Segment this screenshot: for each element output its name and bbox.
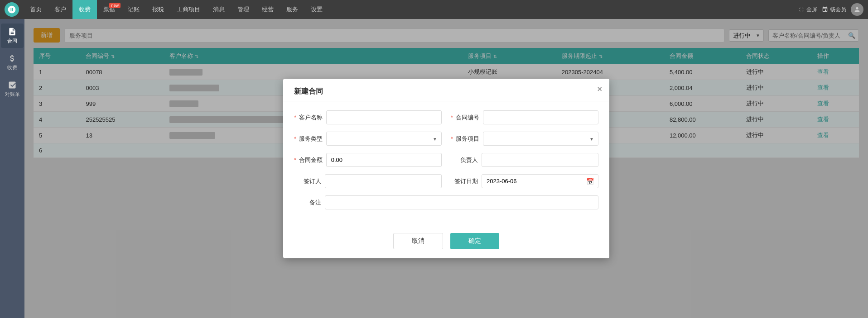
label-customer-name: * 客户名称	[294, 114, 323, 122]
service-type-select-wrapper	[326, 132, 442, 146]
nav-home[interactable]: 首页	[24, 0, 48, 19]
new-contract-modal: 新建合同 × * 客户名称	[283, 79, 609, 258]
input-contract-amount[interactable]	[326, 153, 442, 167]
avatar[interactable]	[851, 3, 863, 16]
input-customer-name[interactable]	[326, 110, 442, 124]
nav-settings[interactable]: 设置	[304, 0, 329, 19]
statement-icon	[8, 81, 17, 90]
modal-close-button[interactable]: ×	[597, 85, 602, 93]
label-sign-date: 签订日期	[451, 177, 478, 185]
member-button[interactable]: 畅会员	[822, 6, 846, 14]
label-service-item: * 服务项目	[451, 135, 479, 143]
input-remarks[interactable]	[325, 195, 598, 209]
nav-customer[interactable]: 客户	[48, 0, 72, 19]
nav-service[interactable]: 服务	[280, 0, 304, 19]
form-row-3: * 合同金额 负责人	[294, 153, 598, 167]
field-signer: 签订人	[294, 174, 442, 188]
sidebar-item-contract[interactable]: 合同	[1, 24, 24, 48]
input-signer[interactable]	[325, 174, 442, 188]
contract-icon	[8, 27, 17, 36]
sidebar-label-contract: 合同	[7, 38, 17, 44]
required-star-4: *	[451, 135, 453, 142]
field-sign-date: 签订日期 📅	[451, 174, 598, 188]
modal-overlay[interactable]: 新建合同 × * 客户名称	[24, 19, 868, 318]
calendar-icon[interactable]: 📅	[586, 178, 594, 185]
nav-manage[interactable]: 管理	[231, 0, 256, 19]
nav-bookkeeping[interactable]: 记账	[121, 0, 146, 19]
nav-items: 首页 客户 收费 票据 new 记账 报税 工商项目 消息 管理 经营 服务 设…	[24, 0, 798, 19]
label-responsible-person: 负责人	[451, 156, 478, 164]
nav-right: 全屏 畅会员	[798, 3, 863, 16]
sidebar-label-statement: 对账单	[5, 91, 20, 98]
date-input-wrapper: 📅	[482, 174, 598, 188]
sidebar-label-fee: 收费	[7, 64, 17, 71]
form-row-4: 签订人 签订日期 📅	[294, 174, 598, 188]
nav-operation[interactable]: 经营	[256, 0, 280, 19]
field-service-type: * 服务类型	[294, 132, 442, 146]
new-badge: new	[109, 3, 121, 8]
input-responsible-person[interactable]	[482, 153, 598, 167]
fee-icon	[8, 54, 17, 63]
nav-business[interactable]: 工商项目	[170, 0, 207, 19]
field-remarks: 备注	[294, 195, 598, 209]
app-logo[interactable]	[5, 2, 19, 17]
required-star-3: *	[294, 135, 296, 142]
field-contract-no: * 合同编号	[451, 110, 598, 124]
service-item-select-wrapper	[483, 132, 598, 146]
modal-footer: 取消 确定	[283, 226, 609, 258]
label-contract-amount: * 合同金额	[294, 156, 323, 164]
required-star: *	[294, 114, 296, 121]
fullscreen-button[interactable]: 全屏	[798, 6, 817, 14]
sidebar: 合同 收费 对账单	[0, 19, 24, 318]
main-layout: 合同 收费 对账单 新增 进行中 已完成 已终止	[0, 19, 868, 318]
nav-fee[interactable]: 收费	[72, 0, 97, 19]
content-area: 新增 进行中 已完成 已终止 🔍 序号 合同编号⇅ 客户名称⇅	[24, 19, 868, 318]
select-service-item[interactable]	[483, 132, 598, 146]
input-sign-date[interactable]	[482, 174, 598, 188]
sidebar-item-statement[interactable]: 对账单	[1, 77, 24, 101]
modal-header: 新建合同 ×	[283, 79, 609, 101]
label-contract-no: * 合同编号	[451, 114, 479, 122]
confirm-button[interactable]: 确定	[450, 233, 499, 249]
input-contract-no[interactable]	[483, 110, 598, 124]
required-star-2: *	[451, 114, 453, 121]
label-signer: 签订人	[294, 177, 321, 185]
nav-tax[interactable]: 报税	[146, 0, 170, 19]
field-responsible-person: 负责人	[451, 153, 598, 167]
field-contract-amount: * 合同金额	[294, 153, 442, 167]
field-service-item: * 服务项目	[451, 132, 598, 146]
top-navigation: 首页 客户 收费 票据 new 记账 报税 工商项目 消息 管理 经营 服务 设…	[0, 0, 868, 19]
sidebar-item-fee[interactable]: 收费	[1, 50, 24, 75]
form-row-2: * 服务类型 * 服务项目	[294, 132, 598, 146]
field-customer-name: * 客户名称	[294, 110, 442, 124]
form-row-1: * 客户名称 * 合同编号	[294, 110, 598, 124]
required-star-5: *	[294, 157, 296, 163]
nav-bill[interactable]: 票据 new	[97, 0, 121, 19]
form-row-5: 备注	[294, 195, 598, 209]
select-service-type[interactable]	[326, 132, 442, 146]
label-remarks: 备注	[294, 199, 321, 207]
label-service-type: * 服务类型	[294, 135, 323, 143]
cancel-button[interactable]: 取消	[393, 233, 443, 249]
modal-body: * 客户名称 * 合同编号	[283, 101, 609, 226]
nav-message[interactable]: 消息	[207, 0, 231, 19]
